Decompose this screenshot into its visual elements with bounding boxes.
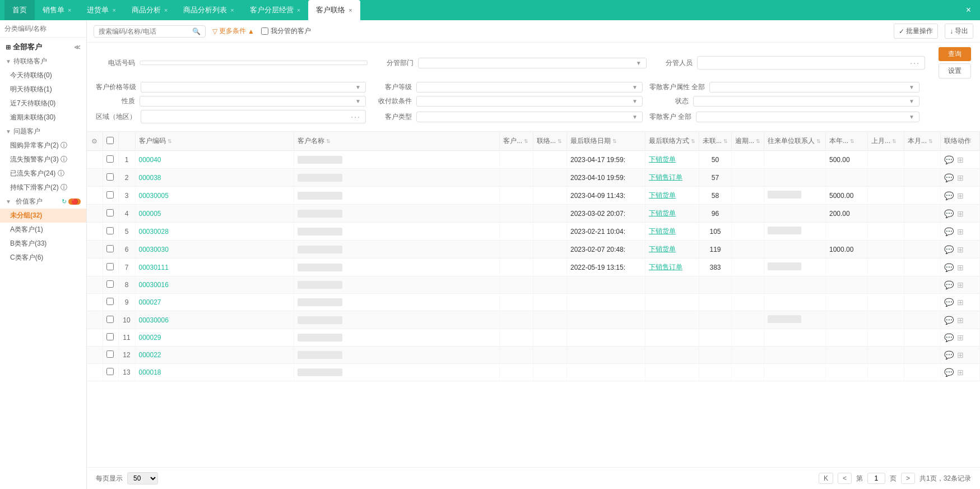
- retail-attr-dropdown[interactable]: ▼: [709, 82, 919, 93]
- message-icon[interactable]: 💬: [944, 333, 954, 342]
- grid-action-icon[interactable]: ⊞: [957, 368, 964, 377]
- grid-action-icon[interactable]: ⊞: [957, 298, 964, 307]
- row-checkbox[interactable]: [103, 259, 118, 276]
- sidebar-item-declining[interactable]: 持续下滑客户(2) ⓘ: [0, 181, 86, 195]
- message-icon[interactable]: 💬: [944, 298, 954, 307]
- my-customers-checkbox[interactable]: 我分管的客户: [261, 26, 311, 36]
- row-select-checkbox[interactable]: [106, 173, 114, 181]
- grid-action-icon[interactable]: ⊞: [957, 191, 964, 200]
- sidebar-item-class-c[interactable]: C类客户(6): [0, 251, 86, 265]
- payment-dropdown[interactable]: ▼: [416, 96, 643, 107]
- row-select-checkbox[interactable]: [106, 245, 114, 252]
- message-icon[interactable]: 💬: [944, 368, 954, 377]
- row-last-contact-method[interactable]: 下销货单: [645, 187, 699, 205]
- tab-product-analysis[interactable]: 商品分析 ×: [124, 0, 175, 20]
- tab-home[interactable]: 首页: [4, 0, 35, 20]
- my-customers-check[interactable]: [261, 27, 268, 35]
- row-checkbox[interactable]: [103, 205, 118, 223]
- sidebar-item-7days[interactable]: 近7天待联络(0): [0, 96, 86, 110]
- tab-sales[interactable]: 销售单 ×: [35, 0, 79, 20]
- this-month-col-header[interactable]: 本月...⇅: [904, 132, 941, 151]
- sidebar-item-churn-warning[interactable]: 流失预警客户(3) ⓘ: [0, 153, 86, 167]
- row-checkbox[interactable]: [103, 223, 118, 241]
- reset-btn[interactable]: 设置: [939, 63, 971, 79]
- sidebar-item-today[interactable]: 今天待联络(0): [0, 68, 86, 82]
- row-checkbox[interactable]: [103, 187, 118, 205]
- row-last-contact-method[interactable]: 下销货单: [645, 241, 699, 259]
- sidebar-all-customers[interactable]: ⊞ 全部客户 ≪: [0, 38, 86, 54]
- assoc-contact-col-header[interactable]: 往来单位联系人⇅: [764, 132, 826, 151]
- row-code[interactable]: 000027: [135, 294, 294, 311]
- row-select-checkbox[interactable]: [106, 191, 114, 199]
- row-select-checkbox[interactable]: [106, 155, 114, 163]
- contact-col-header[interactable]: 联络...⇅: [533, 132, 566, 151]
- region-input[interactable]: ···: [141, 110, 366, 123]
- checkbox-col-header[interactable]: [103, 132, 118, 151]
- grid-action-icon[interactable]: ⊞: [957, 173, 964, 182]
- row-select-checkbox[interactable]: [106, 316, 114, 323]
- grid-action-icon[interactable]: ⊞: [957, 227, 964, 236]
- batch-ops-btn[interactable]: ✓ 批量操作: [894, 24, 938, 39]
- tab-product-analysis-list[interactable]: 商品分析列表 ×: [175, 0, 241, 20]
- customer-level-dropdown[interactable]: ▼: [416, 82, 643, 93]
- row-last-contact-method[interactable]: 下销售订单: [645, 169, 699, 187]
- row-select-checkbox[interactable]: [106, 209, 114, 216]
- message-icon[interactable]: 💬: [944, 191, 954, 200]
- sidebar-collapse-icon[interactable]: ≪: [74, 44, 81, 51]
- sidebar-item-ungrouped[interactable]: 未分组(32): [0, 209, 86, 223]
- sidebar-item-abnormal[interactable]: 囤购异常客户(2) ⓘ: [0, 139, 86, 153]
- sidebar-item-tomorrow[interactable]: 明天待联络(1): [0, 82, 86, 96]
- row-last-contact-method[interactable]: 下销货单: [645, 205, 699, 223]
- search-btn[interactable]: 查询: [939, 47, 971, 61]
- row-checkbox[interactable]: [103, 329, 118, 347]
- message-icon[interactable]: 💬: [944, 245, 954, 254]
- row-checkbox[interactable]: [103, 151, 118, 169]
- row-code[interactable]: 00030028: [135, 223, 294, 241]
- last-contact-method-col-header[interactable]: 最后联络方式⇅: [645, 132, 699, 151]
- first-page-btn[interactable]: K: [819, 473, 833, 484]
- row-select-checkbox[interactable]: [106, 298, 114, 305]
- prev-page-btn[interactable]: <: [838, 473, 852, 484]
- tab-sales-close[interactable]: ×: [68, 7, 71, 13]
- row-code[interactable]: 000022: [135, 347, 294, 364]
- last-contact-date-col-header[interactable]: 最后联络日期⇅: [566, 132, 645, 151]
- row-code[interactable]: 00030030: [135, 241, 294, 259]
- tab-product-analysis-list-close[interactable]: ×: [230, 7, 234, 13]
- tab-customer-contact[interactable]: 客户联络 ×: [308, 0, 360, 20]
- row-code[interactable]: 00030016: [135, 276, 294, 294]
- person-input[interactable]: ···: [697, 56, 925, 70]
- row-code[interactable]: 000005: [135, 205, 294, 223]
- sidebar-search-input[interactable]: [4, 25, 87, 33]
- row-last-contact-method[interactable]: 下销货单: [645, 223, 699, 241]
- row-code[interactable]: 00030006: [135, 311, 294, 329]
- search-icon[interactable]: 🔍: [192, 27, 201, 35]
- grid-action-icon[interactable]: ⊞: [957, 263, 964, 272]
- page-size-select[interactable]: 50 20 100: [127, 472, 158, 485]
- message-icon[interactable]: 💬: [944, 350, 954, 359]
- sidebar-group-pending[interactable]: ▼ 待联络客户: [0, 54, 86, 68]
- row-code[interactable]: 000018: [135, 364, 294, 381]
- row-checkbox[interactable]: [103, 311, 118, 329]
- last-month-col-header[interactable]: 上月...⇅: [868, 132, 904, 151]
- grid-action-icon[interactable]: ⊞: [957, 155, 964, 164]
- grid-action-icon[interactable]: ⊞: [957, 333, 964, 342]
- tab-customer-segment-close[interactable]: ×: [297, 7, 300, 13]
- name-col-header[interactable]: 客户名称⇅: [294, 132, 500, 151]
- row-checkbox[interactable]: [103, 364, 118, 381]
- row-code[interactable]: 00030111: [135, 259, 294, 276]
- row-checkbox[interactable]: [103, 347, 118, 364]
- customer-type-dropdown[interactable]: ▼: [416, 112, 643, 122]
- sidebar-item-class-b[interactable]: B类客户(33): [0, 237, 86, 251]
- dept-dropdown[interactable]: ▼: [418, 58, 646, 68]
- sidebar-group-problem[interactable]: ▼ 问题客户: [0, 124, 86, 139]
- grid-action-icon[interactable]: ⊞: [957, 245, 964, 254]
- row-code[interactable]: 000040: [135, 151, 294, 169]
- row-select-checkbox[interactable]: [106, 263, 114, 270]
- message-icon[interactable]: 💬: [944, 263, 954, 272]
- message-icon[interactable]: 💬: [944, 155, 954, 164]
- grid-action-icon[interactable]: ⊞: [957, 316, 964, 325]
- overdue-col-header[interactable]: 逾期...⇅: [731, 132, 764, 151]
- tab-purchase[interactable]: 进货单 ×: [79, 0, 123, 20]
- row-checkbox[interactable]: [103, 241, 118, 259]
- page-number-input[interactable]: [867, 473, 885, 484]
